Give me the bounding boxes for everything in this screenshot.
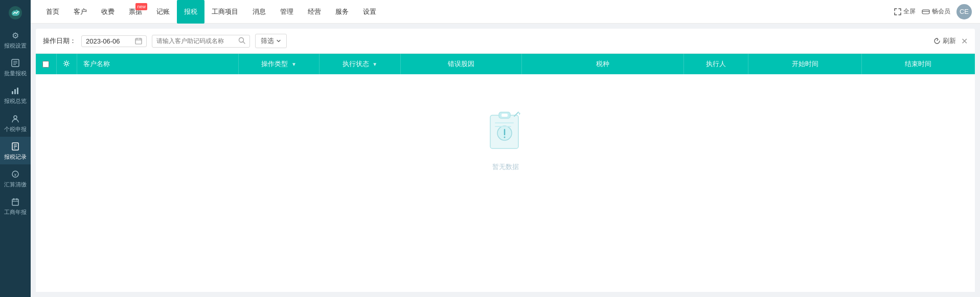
search-button[interactable] <box>238 37 245 46</box>
refresh-icon <box>933 37 941 45</box>
topnav: 首页 客户 收费 票据 new 记账 报税 工商项目 消息 管理 经营 服务 设… <box>31 0 980 24</box>
th-checkbox <box>36 54 56 74</box>
filter-bar-right: 刷新 ✕ <box>933 36 968 46</box>
empty-state: 暂无数据 <box>36 74 975 202</box>
sidebar-item-label: 报税总览 <box>4 98 27 104</box>
sidebar-item-batch-tax[interactable]: 批量报税 <box>0 53 31 81</box>
topnav-message[interactable]: 消息 <box>245 0 273 24</box>
sidebar-item-label: 报税记录 <box>4 154 27 160</box>
avatar[interactable]: CE <box>956 4 972 19</box>
sidebar-item-label: 工商年报 <box>4 209 27 216</box>
topnav-invoice[interactable]: 票据 new <box>122 0 149 24</box>
fullscreen-icon <box>894 8 901 15</box>
th-executor: 执行人 <box>683 54 748 74</box>
topnav-service[interactable]: 服务 <box>328 0 356 24</box>
topnav-accounts[interactable]: 记账 <box>149 0 177 24</box>
data-table: 客户名称 操作类型 ▼ 执行状态 ▼ 错误股因 税种 执行人 开始时间 <box>36 54 975 202</box>
sidebar-item-label: 报税设置 <box>4 43 27 49</box>
sidebar-item-label: 个税申报 <box>4 126 27 133</box>
empty-illustration <box>483 105 529 156</box>
topnav-manage[interactable]: 管理 <box>273 0 301 24</box>
svg-line-26 <box>243 41 245 44</box>
settlement-icon: ¥ <box>10 168 21 180</box>
sidebar-item-label: 汇算清缴 <box>4 181 27 188</box>
th-end-time: 结束时间 <box>861 54 975 74</box>
avatar-text: CE <box>960 8 969 15</box>
sort-icon-op-type: ▼ <box>291 61 297 67</box>
th-settings <box>56 54 77 74</box>
sidebar-logo <box>0 0 31 26</box>
filter-button[interactable]: 筛选 <box>255 34 287 48</box>
tax-settings-icon: ⚙ <box>10 30 21 41</box>
sidebar-item-tax-record[interactable]: 报税记录 <box>0 137 31 164</box>
topnav-finance[interactable]: 经营 <box>301 0 328 24</box>
column-settings-icon[interactable] <box>63 60 70 67</box>
svg-rect-30 <box>502 114 508 117</box>
topnav-right: 全屏 畅会员 CE <box>894 4 972 19</box>
fullscreen-button[interactable]: 全屏 <box>894 7 916 16</box>
svg-point-33 <box>504 137 505 138</box>
date-input[interactable] <box>86 37 132 45</box>
sidebar-item-tax-settings[interactable]: ⚙ 报税设置 <box>0 26 31 53</box>
topnav-settings[interactable]: 设置 <box>356 0 383 24</box>
member-icon <box>922 8 930 16</box>
chevron-down-icon <box>276 38 281 44</box>
topnav-customer[interactable]: 客户 <box>66 0 94 24</box>
filter-label: 筛选 <box>261 36 274 46</box>
empty-text: 暂无数据 <box>492 162 519 172</box>
svg-text:¥: ¥ <box>14 173 17 177</box>
sidebar: ⚙ 报税设置 批量报税 报税总览 <box>0 0 31 297</box>
refresh-label: 刷新 <box>943 36 956 46</box>
svg-rect-21 <box>135 38 142 44</box>
sidebar-item-annual-report[interactable]: 工商年报 <box>0 192 31 220</box>
date-label: 操作日期： <box>43 36 76 46</box>
sidebar-item-tax-summary[interactable]: 报税总览 <box>0 81 31 109</box>
sort-icon-exec-status: ▼ <box>372 61 377 67</box>
sidebar-item-settlement[interactable]: ¥ 汇算清缴 <box>0 164 31 192</box>
svg-point-8 <box>14 116 17 119</box>
filter-bar: 操作日期： 筛选 <box>36 29 975 54</box>
member-label: 畅会员 <box>932 7 950 16</box>
personal-tax-icon <box>10 113 21 124</box>
refresh-button[interactable]: 刷新 <box>933 36 956 46</box>
topnav-business[interactable]: 工商项目 <box>204 0 245 24</box>
th-exec-status: 执行状态 ▼ <box>320 54 400 74</box>
new-badge: new <box>135 3 147 10</box>
svg-rect-5 <box>12 91 13 94</box>
topnav-home[interactable]: 首页 <box>39 0 66 24</box>
batch-tax-icon <box>10 57 21 69</box>
svg-rect-7 <box>17 88 18 94</box>
calendar-icon <box>135 37 142 45</box>
table-wrap: 客户名称 操作类型 ▼ 执行状态 ▼ 错误股因 税种 执行人 开始时间 <box>36 54 975 292</box>
topnav-billing[interactable]: 收费 <box>94 0 122 24</box>
tax-summary-icon <box>10 85 21 96</box>
svg-rect-19 <box>922 10 929 14</box>
search-input[interactable] <box>156 37 238 45</box>
svg-marker-35 <box>518 112 520 115</box>
search-icon <box>238 37 245 44</box>
th-start-time: 开始时间 <box>748 54 862 74</box>
main-wrap: 首页 客户 收费 票据 new 记账 报税 工商项目 消息 管理 经营 服务 设… <box>31 0 980 297</box>
th-tax-type: 税种 <box>522 54 684 74</box>
fullscreen-label: 全屏 <box>903 7 916 16</box>
close-button[interactable]: ✕ <box>961 36 968 46</box>
annual-report-icon <box>10 196 21 207</box>
select-all-checkbox[interactable] <box>42 61 49 68</box>
topnav-tax[interactable]: 报税 <box>177 0 204 24</box>
tax-record-icon <box>10 141 21 152</box>
content-area: 操作日期： 筛选 <box>31 24 980 297</box>
svg-point-27 <box>65 62 68 65</box>
sidebar-item-personal-tax[interactable]: 个税申报 <box>0 109 31 137</box>
th-error-reason: 错误股因 <box>400 54 521 74</box>
sidebar-item-label: 批量报税 <box>4 70 27 77</box>
search-wrap <box>152 35 250 48</box>
th-op-type: 操作类型 ▼ <box>239 54 320 74</box>
th-client-name: 客户名称 <box>77 54 239 74</box>
member-button[interactable]: 畅会员 <box>922 7 950 16</box>
date-picker[interactable] <box>81 35 147 47</box>
svg-rect-6 <box>14 89 16 94</box>
svg-rect-15 <box>12 199 18 205</box>
